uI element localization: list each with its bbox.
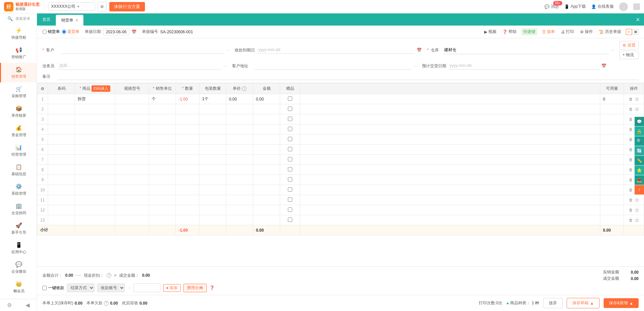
due-date-input[interactable]: yyyy-mm-dd xyxy=(257,46,415,54)
sidebar-item-purchase[interactable]: 🛒 采购管理 xyxy=(0,82,37,102)
rf-btn-3[interactable]: 🔍 xyxy=(635,136,644,146)
row-copy-btn[interactable]: ⊡ xyxy=(635,208,639,212)
sidebar-item-business[interactable]: 📊 经营管理 xyxy=(0,141,37,160)
remark-input[interactable] xyxy=(58,73,639,80)
row-pkg-qty[interactable]: 1个 xyxy=(199,94,226,104)
save-draft-btn[interactable]: 保存草稿 ▲ xyxy=(567,298,600,308)
row-delete-btn[interactable]: 🗑 xyxy=(629,167,633,172)
row-amount[interactable] xyxy=(253,185,280,195)
discard-btn[interactable]: 放弃 xyxy=(543,298,563,308)
gift-checkbox[interactable] xyxy=(288,218,292,222)
rf-btn-4[interactable]: 🔄 xyxy=(635,146,644,155)
customer-addr-more-btn[interactable]: ··· xyxy=(413,64,417,68)
row-pkg-qty[interactable] xyxy=(199,155,226,165)
gift-checkbox[interactable] xyxy=(288,187,292,192)
radio-sales-bill[interactable]: 销货单 xyxy=(42,29,60,35)
row-unit[interactable] xyxy=(149,104,176,114)
row-gift[interactable] xyxy=(280,205,300,215)
row-qty[interactable] xyxy=(176,195,199,205)
row-price[interactable] xyxy=(226,165,253,175)
row-amount[interactable] xyxy=(253,175,280,185)
row-unit[interactable] xyxy=(149,205,176,215)
row-unit[interactable] xyxy=(149,175,176,185)
row-product[interactable] xyxy=(75,175,115,185)
row-pkg-qty[interactable] xyxy=(199,165,226,175)
payment-dots[interactable]: ··· xyxy=(127,285,131,290)
row-delete-btn[interactable]: 🗑 xyxy=(629,208,633,212)
row-gift[interactable] xyxy=(280,185,300,195)
save-new-btn[interactable]: 保存&新增 ▲ xyxy=(604,298,639,308)
gift-checkbox[interactable] xyxy=(288,207,292,212)
row-copy-btn[interactable]: ⊡ xyxy=(635,198,639,202)
company-selector[interactable]: XXXXXX公司 ▼ xyxy=(48,2,95,11)
select-btn[interactable]: ☰ 选单 xyxy=(541,28,556,35)
row-unit[interactable] xyxy=(149,114,176,124)
row-barcode[interactable] xyxy=(48,104,75,114)
th-settings[interactable]: ⚙ xyxy=(37,83,48,94)
row-unit[interactable]: 个 xyxy=(149,94,176,104)
row-amount[interactable]: 0.00 xyxy=(253,94,280,104)
salesperson-more-btn[interactable]: ··· xyxy=(223,64,227,68)
row-copy-btn[interactable]: ⊡ xyxy=(635,218,639,223)
row-amount[interactable] xyxy=(253,124,280,134)
row-price[interactable] xyxy=(226,124,253,134)
row-qty[interactable]: -1.00 xyxy=(176,94,199,104)
row-barcode[interactable] xyxy=(48,94,75,104)
row-delete-btn[interactable]: 🗑 xyxy=(629,107,633,112)
row-qty[interactable] xyxy=(176,175,199,185)
row-delete-btn[interactable]: 🗑 xyxy=(629,178,633,182)
row-qty[interactable] xyxy=(176,134,199,145)
row-unit[interactable] xyxy=(149,145,176,155)
row-price[interactable] xyxy=(226,175,253,185)
gift-checkbox[interactable] xyxy=(288,177,292,182)
row-product[interactable] xyxy=(75,104,115,114)
row-gift[interactable] xyxy=(280,114,300,124)
row-barcode[interactable] xyxy=(48,165,75,175)
row-price[interactable] xyxy=(226,205,253,215)
row-qty[interactable] xyxy=(176,124,199,134)
row-spec[interactable] xyxy=(115,185,149,195)
help-btn[interactable]: ❓ 帮助 xyxy=(501,28,518,35)
customer-input[interactable] xyxy=(62,46,224,54)
sidebar-item-collab[interactable]: 🏢 企业协同 xyxy=(0,199,37,219)
print-btn[interactable]: 🖨 打印 xyxy=(560,28,575,35)
row-product[interactable] xyxy=(75,114,115,124)
row-qty[interactable] xyxy=(176,185,199,195)
list-view-btn[interactable]: ≡ xyxy=(626,29,632,35)
row-barcode[interactable] xyxy=(48,114,75,124)
row-barcode[interactable] xyxy=(48,215,75,225)
row-price[interactable] xyxy=(226,134,253,145)
row-spec[interactable] xyxy=(115,134,149,145)
sidebar-item-guide[interactable]: 🚀 新手引导 xyxy=(0,219,37,238)
rf-btn-6[interactable]: ⭐ xyxy=(635,165,644,175)
row-barcode[interactable] xyxy=(48,145,75,155)
one-click-payment-input[interactable] xyxy=(42,286,47,290)
sidebar-item-marketing[interactable]: 📢 营销推广 xyxy=(0,43,37,63)
row-price[interactable] xyxy=(226,155,253,165)
sidebar-item-capital[interactable]: 💰 资金管理 xyxy=(0,121,37,141)
row-amount[interactable] xyxy=(253,114,280,124)
row-qty[interactable] xyxy=(176,205,199,215)
sidebar-item-member[interactable]: 👑 畅会员 xyxy=(0,277,37,297)
sidebar-item-system[interactable]: ⚙️ 系统管理 xyxy=(0,180,37,199)
row-price[interactable] xyxy=(226,215,253,225)
row-pkg-qty[interactable] xyxy=(199,175,226,185)
message-btn[interactable]: 💬 消息 99+ xyxy=(544,4,559,9)
row-price[interactable] xyxy=(226,195,253,205)
row-spec[interactable] xyxy=(115,145,149,155)
fee-btn[interactable]: 费用分摊 xyxy=(183,284,207,292)
row-copy-btn[interactable]: ⊡ xyxy=(635,107,639,112)
rf-btn-5[interactable]: ✏️ xyxy=(635,156,644,165)
row-product[interactable] xyxy=(75,124,115,134)
row-delete-btn[interactable]: 🗑 xyxy=(629,97,633,102)
row-pkg-qty[interactable] xyxy=(199,124,226,134)
logistics-btn[interactable]: + 物流 xyxy=(619,51,639,59)
sidebar-search[interactable]: 🔍 搜索菜单 xyxy=(0,13,37,24)
calc-method-select[interactable]: 结算方式 xyxy=(67,283,94,292)
row-price[interactable]: 0.00 xyxy=(226,94,253,104)
sidebar-item-inventory[interactable]: 📦 库存核算 xyxy=(0,102,37,121)
sidebar-item-quick-nav[interactable]: ⚡ 快捷导航 xyxy=(0,24,37,43)
sidebar-item-basic-info[interactable]: 📋 基础信息 xyxy=(0,160,37,180)
row-barcode[interactable] xyxy=(48,175,75,185)
one-click-payment-checkbox[interactable]: 一键收款 xyxy=(42,285,64,291)
